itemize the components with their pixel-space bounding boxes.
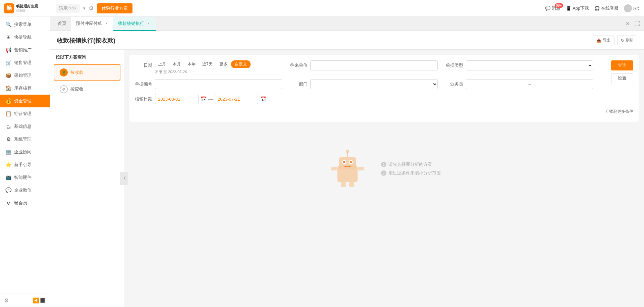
app-icon: 📱 xyxy=(566,6,571,11)
tab-prepay[interactable]: 预付冲应付单 × xyxy=(71,17,113,31)
sidebar-item-wechat[interactable]: 💬 企业微信 xyxy=(0,184,50,197)
sidebar-item-shortcut[interactable]: ⊞ 快捷导航 xyxy=(0,31,50,44)
filter-panel: 按以下方案查询 💲 按收款 ⏱ 按应收 《 xyxy=(50,50,124,307)
sidebar-item-search[interactable]: 🔍 搜索菜单 xyxy=(0,18,50,31)
tab-receipt-close[interactable]: × xyxy=(146,21,151,26)
hardware-icon: 📺 xyxy=(5,174,11,181)
verify-date-end[interactable] xyxy=(215,94,258,104)
svg-rect-8 xyxy=(341,182,346,187)
business-icon: 📋 xyxy=(5,111,11,117)
this-year-btn[interactable]: 本年 xyxy=(184,60,199,68)
sidebar-item-member[interactable]: V 畅会员 xyxy=(0,197,50,209)
custom-date-btn[interactable]: 自定义 xyxy=(231,60,251,68)
settings-form-btn[interactable]: 设置 xyxy=(611,73,633,83)
grid-icon: ⊞ xyxy=(5,34,11,40)
sidebar-nav: 🔍 搜索菜单 ⊞ 快捷导航 📢 营销推广 🛒 销售管理 📦 采购管理 🏠 库存核… xyxy=(0,17,50,294)
member-icon: V xyxy=(5,200,11,206)
dept-label: 部门 xyxy=(290,81,308,87)
sidebar-item-finance[interactable]: 💰 资金管理 xyxy=(0,95,50,107)
tab-receipt[interactable]: 收款核销执行 × xyxy=(113,17,156,31)
topbar-left: 演示企业 ▾ ⚙ 休验行业方案 xyxy=(56,3,132,13)
filter-panel-title: 按以下方案查询 xyxy=(50,54,124,64)
date-sublabel: 不限 至 2023-07-26 xyxy=(155,69,251,74)
app-download-btn[interactable]: 📱 App下载 xyxy=(566,5,589,11)
verify-date-start[interactable] xyxy=(155,94,199,104)
topbar-right: 💬 消息 99+ 📱 App下载 🎧 在线客服 Rit xyxy=(545,4,639,12)
filter-by-receipt[interactable]: 💲 按收款 xyxy=(54,64,120,81)
date-label: 日期 xyxy=(135,60,152,68)
sidebar-item-marketing[interactable]: 📢 营销推广 xyxy=(0,44,50,56)
page-body: 按以下方案查询 💲 按收款 ⏱ 按应收 《 xyxy=(50,50,644,307)
empty-tip-2: 2 用过滤条件来缩小分析范围 xyxy=(381,170,441,176)
message-btn[interactable]: 💬 消息 99+ xyxy=(545,5,560,11)
inventory-icon: 🏠 xyxy=(5,85,11,91)
last-7-days-btn[interactable]: 近7天 xyxy=(199,60,216,68)
collapse-sidebar-btn[interactable]: ◀‍◼ xyxy=(33,297,46,304)
calendar-end-icon[interactable]: 📅 xyxy=(260,96,266,102)
industry-btn[interactable]: 休验行业方案 xyxy=(97,3,132,13)
dept-select[interactable] xyxy=(310,79,437,89)
search-icon: 🔍 xyxy=(5,21,11,28)
verify-date-label: 核销日期 xyxy=(135,96,152,102)
page-title: 收款核销执行(按收款) xyxy=(57,37,115,49)
partner-select-btn[interactable]: ··· xyxy=(310,60,437,70)
date-quick-row: 上月 本月 本年 近7天 更多 自定义 xyxy=(155,60,251,68)
basic-icon: 🗂 xyxy=(5,124,11,130)
sidebar-item-business[interactable]: 📋 经营管理 xyxy=(0,107,50,120)
sidebar-item-sales[interactable]: 🛒 销售管理 xyxy=(0,56,50,69)
sales-select-btn[interactable]: ··· xyxy=(466,79,593,89)
sidebar-item-corp[interactable]: 🏢 企业协同 xyxy=(0,146,50,158)
tab-fullscreen-icon[interactable]: ⛶ xyxy=(633,19,641,28)
company-selector[interactable]: 演示企业 xyxy=(56,4,80,13)
collapse-icon: 《 xyxy=(604,109,608,114)
this-month-btn[interactable]: 本月 xyxy=(170,60,184,68)
topbar: 演示企业 ▾ ⚙ 休验行业方案 💬 消息 99+ 📱 App下载 🎧 在线客服 … xyxy=(50,0,644,17)
system-icon: ⚙ xyxy=(5,136,11,142)
query-btn[interactable]: 查询 xyxy=(611,60,633,70)
export-icon: 📤 xyxy=(596,38,601,43)
sales-label: 业务员 xyxy=(446,81,463,87)
doc-type-select[interactable] xyxy=(466,60,593,70)
logo-icon: 畅 xyxy=(4,3,14,13)
svg-rect-6 xyxy=(331,167,337,170)
online-service-btn[interactable]: 🎧 在线客服 xyxy=(594,5,619,11)
tab-home[interactable]: 首页 xyxy=(53,17,71,31)
search-section: 日期 上月 本月 本年 近7天 更多 自定义 不限 至 xyxy=(129,55,639,122)
sidebar-item-basic[interactable]: 🗂 基础信息 xyxy=(0,120,50,133)
partner-label: 往来单位 xyxy=(290,62,308,68)
cart-icon: 🛒 xyxy=(5,60,11,66)
gear-settings-icon[interactable]: ⚙ xyxy=(89,5,94,11)
last-month-btn[interactable]: 上月 xyxy=(155,60,169,68)
filter-collapse-btn[interactable]: 《 xyxy=(120,172,128,185)
sidebar-item-inventory[interactable]: 🏠 库存核算 xyxy=(0,82,50,95)
refresh-icon: ↻ xyxy=(621,38,624,43)
sidebar-item-system[interactable]: ⚙ 系统管理 xyxy=(0,133,50,146)
tabbar: 首页 预付冲应付单 × 收款核销执行 × ✕ ⛶ xyxy=(50,17,644,31)
doc-no-label: 单据编号 xyxy=(135,81,152,87)
sidebar-item-purchase[interactable]: 📦 采购管理 xyxy=(0,69,50,82)
company-dropdown-icon[interactable]: ▾ xyxy=(83,6,86,11)
empty-tips: 1 请先选择要分析的方案 2 用过滤条件来缩小分析范围 xyxy=(381,161,441,176)
logo-text: 畅捷通好生意 标准版 xyxy=(16,4,38,13)
tab-prepay-close[interactable]: × xyxy=(104,21,109,26)
export-btn[interactable]: 📤 导出 xyxy=(593,36,614,45)
content: 收款核销执行(按收款) 📤 导出 ↻ 刷新 按以下方案查询 xyxy=(50,31,644,307)
receivable-option-icon: ⏱ xyxy=(60,85,68,93)
svg-point-5 xyxy=(350,161,352,163)
tab-close-all-icon[interactable]: ✕ xyxy=(624,19,631,28)
doc-no-input[interactable] xyxy=(155,79,282,89)
user-info[interactable]: Rit xyxy=(624,4,639,12)
empty-illustration xyxy=(327,149,368,189)
filter-by-receivable[interactable]: ⏱ 按应收 xyxy=(54,81,120,97)
sidebar-item-guide[interactable]: ⭐ 新手引导 xyxy=(0,158,50,171)
user-avatar xyxy=(624,4,632,12)
settings-icon[interactable]: ⚙ xyxy=(4,297,9,304)
more-date-btn[interactable]: 更多 xyxy=(216,60,230,68)
sidebar-footer: ⚙ ◀‍◼ xyxy=(0,294,50,307)
inline-actions: 查询 设置 xyxy=(611,60,633,83)
refresh-btn[interactable]: ↻ 刷新 xyxy=(617,36,637,45)
collapse-conditions-btn[interactable]: 《 收起更多条件 xyxy=(604,107,633,118)
svg-rect-7 xyxy=(358,167,364,170)
calendar-start-icon[interactable]: 📅 xyxy=(201,96,206,102)
sidebar-item-hardware[interactable]: 📺 智能硬件 xyxy=(0,171,50,184)
